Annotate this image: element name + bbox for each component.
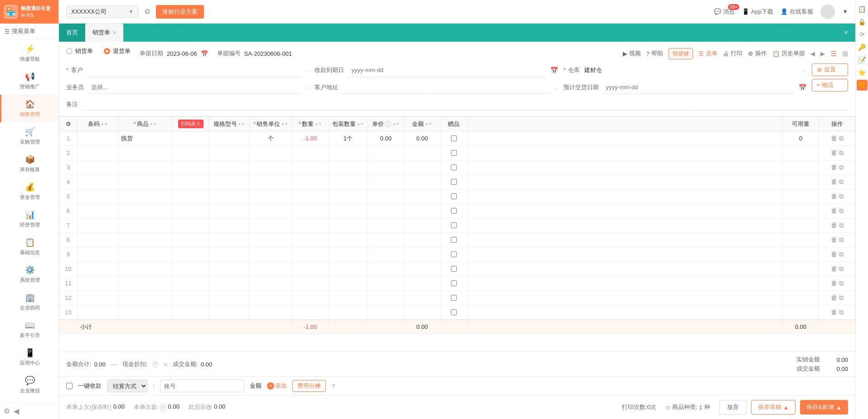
cell-barcode[interactable]: [78, 204, 118, 218]
sidebar-item-finance[interactable]: 💰 资金管理: [0, 178, 58, 205]
expected-date-cal-icon[interactable]: 📅: [799, 84, 806, 91]
search-menu-item[interactable]: ☰ 搜索菜单: [0, 24, 58, 39]
qty-sort-icon[interactable]: ▲▼: [315, 122, 322, 126]
cell-unit[interactable]: [250, 189, 292, 204]
sidebar-item-sales[interactable]: 🏠 销售管理: [0, 95, 58, 122]
delete-icon[interactable]: 🗑: [831, 178, 837, 186]
product-count-icon[interactable]: ⊙: [665, 404, 670, 411]
cell-price[interactable]: [368, 291, 404, 305]
sidebar-item-wechat[interactable]: 💬 企业微信: [0, 371, 58, 399]
payment-method-select[interactable]: 结算方式: [107, 380, 148, 392]
cell-pkg-qty[interactable]: [328, 305, 368, 320]
cell-unit[interactable]: [250, 175, 292, 189]
cell-product[interactable]: [118, 262, 173, 276]
cell-qty[interactable]: [292, 276, 328, 291]
panel-icon-1[interactable]: 📋: [857, 4, 868, 14]
sidebar-item-system[interactable]: ⚙️ 系统管理: [0, 260, 58, 288]
sidebar-item-appstore[interactable]: 📱 应用中心: [0, 343, 58, 371]
add-btn[interactable]: + 添加: [267, 382, 287, 390]
price-info-icon[interactable]: i: [385, 121, 391, 127]
cell-pkg-qty[interactable]: [328, 218, 368, 233]
note-input[interactable]: [82, 98, 848, 111]
cell-qty[interactable]: [292, 204, 328, 218]
radio-return[interactable]: 退货单: [104, 47, 131, 55]
cell-unit[interactable]: 个: [250, 131, 292, 146]
sidebar-item-inventory[interactable]: 📦 库存核算: [0, 150, 58, 178]
cell-amount[interactable]: [404, 276, 440, 291]
message-button[interactable]: 💬 消息 99+: [714, 8, 735, 16]
cell-gift[interactable]: [440, 276, 467, 291]
cell-product[interactable]: [118, 189, 173, 204]
cell-price[interactable]: [368, 247, 404, 262]
own-count-info-icon[interactable]: ?: [160, 405, 166, 411]
cell-pkg-qty[interactable]: [328, 276, 368, 291]
barcode-sort-icon[interactable]: ▲▼: [101, 122, 108, 126]
cell-product[interactable]: [118, 233, 173, 247]
cash-discount-info-icon[interactable]: ?: [152, 361, 159, 367]
expected-date-input[interactable]: [602, 81, 793, 94]
cell-barcode[interactable]: [78, 146, 118, 160]
cell-gift[interactable]: [440, 247, 467, 262]
cell-spec[interactable]: [209, 175, 250, 189]
cell-price[interactable]: [368, 189, 404, 204]
expense-split-btn[interactable]: 费用分摊: [292, 380, 326, 392]
cell-pkg-qty[interactable]: [328, 262, 368, 276]
cell-price[interactable]: [368, 233, 404, 247]
cell-amount[interactable]: 0.00: [404, 131, 440, 146]
delete-icon[interactable]: 🗑: [831, 294, 837, 302]
tab-sale-order[interactable]: 销货单 ×: [85, 24, 123, 42]
cell-pkg-qty[interactable]: [328, 233, 368, 247]
next-icon[interactable]: ▶: [820, 50, 825, 57]
copy-icon[interactable]: ⧉: [839, 222, 844, 229]
cell-product[interactable]: [118, 160, 173, 175]
payment-account-input[interactable]: [160, 380, 244, 392]
cell-pkg-qty[interactable]: [328, 247, 368, 262]
history-btn[interactable]: 📋 历史单据: [772, 49, 805, 58]
delete-icon[interactable]: 🗑: [831, 149, 837, 157]
select-btn[interactable]: ☰ 选单: [698, 49, 718, 58]
copy-icon[interactable]: ⧉: [839, 193, 844, 200]
customer-more-icon[interactable]: ···: [304, 67, 309, 74]
cell-qty[interactable]: [292, 247, 328, 262]
copy-icon[interactable]: ⧉: [839, 164, 844, 171]
cell-amount[interactable]: [404, 204, 440, 218]
cell-barcode[interactable]: [78, 276, 118, 291]
cell-product[interactable]: [118, 291, 173, 305]
cell-qty[interactable]: [292, 262, 328, 276]
cell-product[interactable]: [118, 276, 173, 291]
cell-amount[interactable]: [404, 146, 440, 160]
cell-unit[interactable]: [250, 247, 292, 262]
cell-gift[interactable]: [440, 218, 467, 233]
settings-action-btn[interactable]: ⚙ 设置: [812, 63, 848, 76]
cell-qty[interactable]: [292, 305, 328, 320]
cell-barcode[interactable]: [78, 131, 118, 146]
cell-spec[interactable]: [209, 131, 250, 146]
unit-sort-icon[interactable]: ▲▼: [281, 122, 288, 126]
cell-barcode[interactable]: [78, 160, 118, 175]
cell-spec[interactable]: [209, 262, 250, 276]
cell-amount[interactable]: [404, 160, 440, 175]
cell-unit[interactable]: [250, 218, 292, 233]
delete-icon[interactable]: 🗑: [831, 250, 837, 258]
cell-barcode[interactable]: [78, 262, 118, 276]
cell-spec[interactable]: [209, 189, 250, 204]
scan-btn[interactable]: 扫码录入: [178, 120, 204, 128]
cell-product[interactable]: [118, 204, 173, 218]
cell-gift[interactable]: [440, 262, 467, 276]
cell-price[interactable]: [368, 305, 404, 320]
cell-price[interactable]: [368, 218, 404, 233]
cell-qty[interactable]: -1.00: [292, 131, 328, 146]
copy-icon[interactable]: ⧉: [839, 308, 844, 316]
cell-qty[interactable]: [292, 291, 328, 305]
sidebar-item-marketing[interactable]: 📢 营销推广: [0, 67, 58, 95]
copy-icon[interactable]: ⧉: [839, 149, 844, 157]
prev-icon[interactable]: ◀: [810, 50, 815, 57]
grid-view-icon[interactable]: ⊞: [842, 49, 848, 58]
copy-icon[interactable]: ⧉: [839, 178, 844, 186]
copy-icon[interactable]: ⧉: [839, 279, 844, 287]
cell-price[interactable]: 0.00: [368, 131, 404, 146]
username[interactable]: ▼: [842, 8, 848, 15]
customer-input[interactable]: [87, 63, 301, 77]
copy-icon[interactable]: ⧉: [839, 135, 844, 142]
cell-barcode[interactable]: [78, 291, 118, 305]
